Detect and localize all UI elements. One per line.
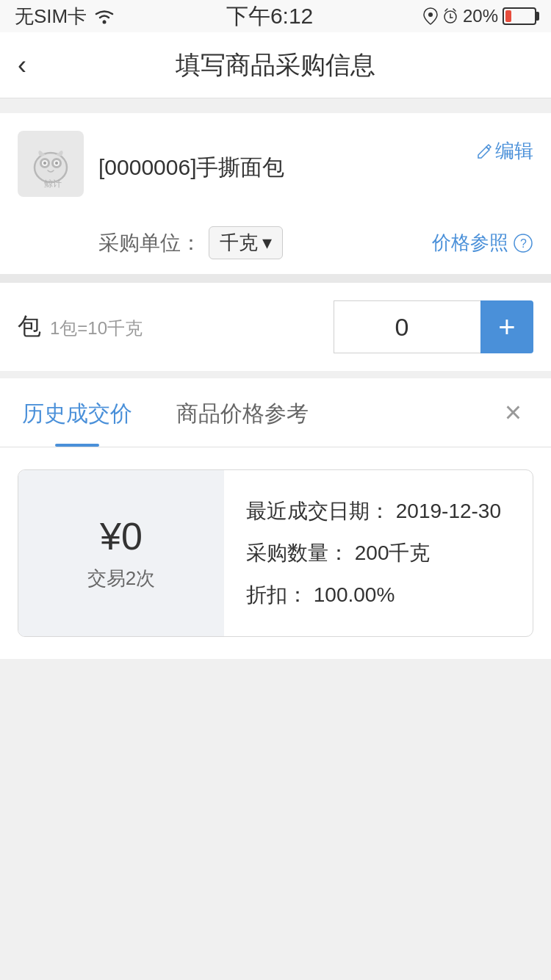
svg-point-0: [103, 21, 107, 24]
edit-button[interactable]: 编辑: [476, 138, 533, 164]
purchase-qty-label: 采购数量：: [246, 541, 349, 564]
location-icon: [423, 7, 438, 25]
quantity-plus-button[interactable]: +: [480, 300, 533, 353]
tabs-list: 历史成交价 商品价格参考: [22, 378, 309, 447]
tab-price-ref[interactable]: 商品价格参考: [176, 378, 309, 447]
time-display: 下午6:12: [226, 1, 313, 32]
status-left: 无SIM卡: [15, 4, 116, 29]
nav-bar: ‹ 填写商品采购信息: [0, 32, 551, 98]
tab-history-price[interactable]: 历史成交价: [22, 378, 132, 447]
question-icon: ?: [513, 233, 533, 253]
product-thumbnail: 鲸计: [18, 131, 84, 197]
price-summary: ¥0 交易2次: [18, 470, 224, 636]
purchase-qty-row: 采购数量： 200千克: [246, 538, 511, 567]
tabs-close-button[interactable]: ×: [497, 389, 529, 436]
price-details: 最近成交日期： 2019-12-30 采购数量： 200千克 折扣： 100.0…: [224, 470, 533, 636]
recent-date-value: 2019-12-30: [396, 500, 501, 522]
unit-select[interactable]: 千克 ▾: [209, 226, 283, 259]
recent-date-row: 最近成交日期： 2019-12-30: [246, 497, 511, 525]
price-amount: ¥0: [100, 514, 143, 558]
edit-icon: [476, 143, 492, 159]
back-button[interactable]: ‹: [18, 50, 26, 81]
quantity-hint: 1包=10千克: [50, 317, 143, 340]
svg-point-12: [43, 162, 46, 165]
brand-logo: 鲸计: [25, 138, 76, 190]
alarm-icon: [442, 7, 458, 25]
product-unit-row: 采购单位： 千克 ▾ 价格参照 ?: [18, 212, 533, 274]
status-bar: 无SIM卡 下午6:12 20%: [0, 0, 551, 32]
unit-value: 千克: [220, 230, 258, 256]
unit-dropdown-arrow: ▾: [262, 231, 272, 254]
svg-line-5: [445, 9, 447, 11]
quantity-control: +: [334, 300, 533, 353]
svg-point-13: [55, 162, 58, 165]
price-card: ¥0 交易2次 最近成交日期： 2019-12-30 采购数量： 200千克 折…: [18, 469, 533, 637]
unit-label: 采购单位：: [98, 229, 201, 257]
carrier-text: 无SIM卡: [15, 4, 87, 29]
svg-text:鲸计: 鲸计: [44, 179, 62, 189]
empty-space: [0, 659, 551, 980]
discount-label: 折扣：: [246, 583, 308, 606]
price-ref-button[interactable]: 价格参照 ?: [432, 230, 533, 256]
section-divider: [0, 274, 551, 283]
trade-count: 交易2次: [87, 566, 155, 591]
product-header: 鲸计 [0000006]手撕面包 编辑: [18, 131, 533, 197]
svg-point-7: [35, 153, 67, 182]
tab-content: ¥0 交易2次 最近成交日期： 2019-12-30 采购数量： 200千克 折…: [0, 447, 551, 659]
svg-text:?: ?: [520, 237, 527, 250]
product-section: 鲸计 [0000006]手撕面包 编辑 采购单位： 千克 ▾ 价格参照: [0, 113, 551, 274]
recent-date-label: 最近成交日期：: [246, 500, 390, 522]
status-right: 20%: [423, 6, 536, 26]
quantity-label: 包 1包=10千克: [18, 311, 143, 343]
quantity-row: 包 1包=10千克 +: [0, 283, 551, 371]
discount-value: 100.00%: [314, 583, 395, 606]
price-ref-label: 价格参照: [432, 230, 508, 256]
purchase-qty-value: 200千克: [355, 541, 431, 564]
edit-label[interactable]: 编辑: [495, 138, 533, 164]
battery-percent: 20%: [463, 6, 498, 26]
battery-icon: [503, 7, 536, 25]
product-name: [0000006]手撕面包: [98, 153, 284, 183]
discount-row: 折扣： 100.00%: [246, 580, 511, 609]
page-title: 填写商品采购信息: [176, 48, 375, 82]
product-left: 鲸计 [0000006]手撕面包: [18, 131, 284, 197]
tabs-section: 历史成交价 商品价格参考 × ¥0 交易2次 最近成交日期： 2019-12-3…: [0, 378, 551, 659]
wifi-icon: [93, 8, 116, 24]
svg-line-6: [453, 9, 455, 11]
quantity-input[interactable]: [334, 300, 480, 353]
tabs-header: 历史成交价 商品价格参考 ×: [0, 378, 551, 447]
svg-point-1: [428, 12, 433, 17]
quantity-unit: 包: [18, 311, 41, 343]
